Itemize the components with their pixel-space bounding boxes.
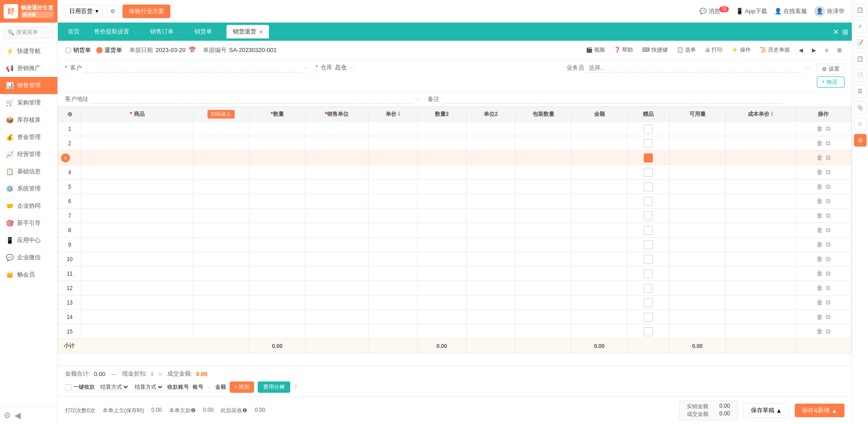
product-cell-14[interactable] (81, 310, 193, 324)
price-cell-13[interactable] (368, 295, 417, 310)
tab-price-setting[interactable]: 售价提取设置 ✕ (88, 25, 142, 38)
price-cell-3[interactable] (368, 151, 417, 165)
available-cell-3[interactable] (670, 151, 726, 165)
copy-btn-5[interactable]: ⧉ (825, 183, 831, 191)
qty2-cell-12[interactable] (417, 281, 466, 295)
qty-cell-6[interactable] (249, 194, 305, 209)
pack-qty-cell-12[interactable] (515, 281, 571, 295)
sidebar-item-inventory[interactable]: 📦 库存核算 (0, 111, 57, 129)
unit2-cell-11[interactable] (467, 267, 515, 281)
unit-cell-1[interactable] (305, 122, 368, 136)
product-cell-6[interactable] (81, 194, 193, 209)
available-cell-13[interactable] (670, 295, 726, 310)
copy-btn-8[interactable]: ⧉ (825, 226, 831, 234)
gift-checkbox-2[interactable] (644, 139, 653, 148)
tab-sales-return[interactable]: 销货退货 ✕ (226, 25, 269, 38)
qty2-cell-10[interactable] (417, 252, 466, 267)
copy-btn-1[interactable]: ⧉ (825, 125, 831, 133)
right-panel-btn-4[interactable]: 📋 (854, 52, 867, 65)
pack-qty-cell-5[interactable] (515, 180, 571, 194)
price-cell-2[interactable] (368, 136, 417, 151)
delete-btn-10[interactable]: 🗑 (816, 255, 824, 262)
cost-price-cell-10[interactable] (726, 252, 796, 267)
product-cell-13[interactable] (81, 295, 193, 310)
delete-btn-5[interactable]: 🗑 (816, 183, 824, 190)
amount-cell-6[interactable] (571, 194, 627, 209)
amount-cell-13[interactable] (571, 295, 627, 310)
copy-btn-12[interactable]: ⧉ (825, 284, 831, 292)
sidebar-item-operation[interactable]: 📈 经营管理 (0, 146, 57, 163)
pack-qty-cell-13[interactable] (515, 295, 571, 310)
cost-price-cell-4[interactable] (726, 165, 796, 180)
delete-btn-6[interactable]: 🗑 (816, 197, 824, 205)
qty2-cell-3[interactable] (417, 151, 466, 165)
copy-btn-3[interactable]: ⧉ (825, 154, 831, 162)
qty2-cell-9[interactable] (417, 238, 466, 252)
tab-home[interactable]: 首页 (61, 25, 86, 38)
qty-cell-10[interactable] (249, 252, 305, 267)
unit-cell-11[interactable] (305, 267, 368, 281)
radio-sale[interactable]: 销货单 (65, 46, 91, 54)
tab-delivery-close-icon[interactable]: ✕ (215, 29, 218, 34)
unit2-cell-15[interactable] (467, 324, 515, 339)
qty2-cell-1[interactable] (417, 122, 466, 136)
unit-cell-4[interactable] (305, 165, 368, 180)
qty-cell-12[interactable] (249, 281, 305, 295)
cost-price-cell-2[interactable] (726, 136, 796, 151)
available-cell-7[interactable] (670, 209, 726, 223)
pack-qty-cell-14[interactable] (515, 310, 571, 324)
cost-price-cell-9[interactable] (726, 238, 796, 252)
delete-btn-15[interactable]: 🗑 (816, 328, 824, 335)
pack-qty-cell-10[interactable] (515, 252, 571, 267)
unit2-cell-5[interactable] (467, 180, 515, 194)
experience-button[interactable]: 体验行业方案 (123, 5, 170, 18)
tab-price-close-icon[interactable]: ✕ (132, 29, 136, 34)
price-cell-14[interactable] (368, 310, 417, 324)
one-key-receive-checkbox[interactable]: 一键收款 (65, 383, 95, 391)
copy-btn-13[interactable]: ⧉ (825, 299, 831, 306)
gift-cell-1[interactable] (627, 122, 670, 136)
unit-cell-3[interactable] (305, 151, 368, 165)
copy-btn-4[interactable]: ⧉ (825, 168, 831, 176)
sidebar-item-member[interactable]: 👑 畅会员 (0, 266, 57, 283)
radio-return[interactable]: 退货单 (96, 46, 122, 54)
unit2-cell-10[interactable] (467, 252, 515, 267)
unit-cell-12[interactable] (305, 281, 368, 295)
shortcut-toolbar-btn[interactable]: ⌨ 快捷键 (639, 45, 670, 55)
tab-sales-order-close-icon[interactable]: ✕ (176, 29, 180, 34)
scan-input-button[interactable]: 扫码录入 (208, 110, 235, 119)
amount-cell-1[interactable] (571, 122, 627, 136)
delete-btn-13[interactable]: 🗑 (816, 299, 824, 306)
unit2-cell-8[interactable] (467, 223, 515, 238)
copy-btn-11[interactable]: ⧉ (825, 270, 831, 277)
qty2-cell-13[interactable] (417, 295, 466, 310)
unit2-cell-4[interactable] (467, 165, 515, 180)
product-cell-4[interactable] (81, 165, 193, 180)
online-service-button[interactable]: 👤 在线客服 (774, 7, 807, 15)
grid-view-icon[interactable]: ⊞ (835, 46, 844, 54)
qty2-cell-15[interactable] (417, 324, 466, 339)
cost-price-cell-13[interactable] (726, 295, 796, 310)
cost-price-cell-11[interactable] (726, 267, 796, 281)
calendar-icon[interactable]: 📅 (189, 47, 196, 53)
logistics-button[interactable]: + 物流 (817, 76, 844, 88)
unit-cell-8[interactable] (305, 223, 368, 238)
qty-cell-8[interactable] (249, 223, 305, 238)
amount-cell-12[interactable] (571, 281, 627, 295)
price-cell-10[interactable] (368, 252, 417, 267)
amount-cell-7[interactable] (571, 209, 627, 223)
select-toolbar-btn[interactable]: 📋 选单 (674, 45, 698, 55)
customer-input[interactable] (85, 63, 302, 72)
price-cell-6[interactable] (368, 194, 417, 209)
product-cell-12[interactable] (81, 281, 193, 295)
sidebar-item-sales[interactable]: 📊 销售管理 (0, 77, 57, 94)
unit-cell-9[interactable] (305, 238, 368, 252)
nav-next-icon[interactable]: ▶ (809, 46, 819, 54)
price-cell-15[interactable] (368, 324, 417, 339)
unit2-cell-9[interactable] (467, 238, 515, 252)
save-new-button[interactable]: 保存&新增 ▲ (795, 404, 844, 417)
qty-cell-4[interactable] (249, 165, 305, 180)
available-cell-8[interactable] (670, 223, 726, 238)
amount-cell-14[interactable] (571, 310, 627, 324)
fees-help-icon[interactable]: ? (294, 384, 297, 391)
